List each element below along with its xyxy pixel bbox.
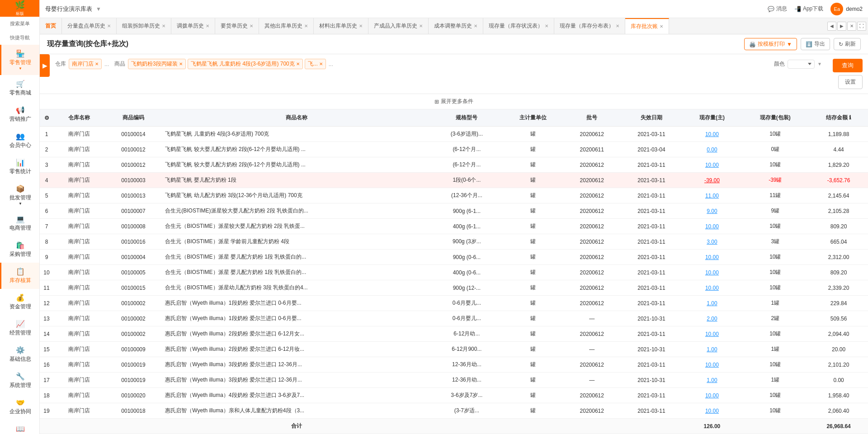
product-tag-2[interactable]: 飞鹤星飞帆 儿童奶粉 4段(3-6岁适用) 700克 ✕ xyxy=(188,59,303,69)
tab-transfer[interactable]: 调拨单历史 ✕ xyxy=(171,18,215,34)
tab-other-out[interactable]: 其他出库单历史 ✕ xyxy=(259,18,314,34)
cell-qty-main[interactable]: 1.00 xyxy=(683,296,741,311)
topbar-app-download[interactable]: 📲 App下载 xyxy=(794,5,823,13)
tab-stock-dist[interactable]: 现存量（库存分布表） ✕ xyxy=(554,18,625,34)
sidebar-quicknav-item[interactable]: 快捷导航 xyxy=(0,31,40,45)
topbar-messages[interactable]: 💬 消息 xyxy=(768,5,787,13)
cell-qty-main[interactable]: 10.00 xyxy=(683,388,741,403)
cell-expire: 2021-03-11 xyxy=(620,388,683,403)
print-button[interactable]: 🖨️ 按模板打印 ▼ xyxy=(744,38,797,50)
table-row: 3南岸门店00100012飞鹤星飞帆 较大婴儿配方奶粉 2段(6-12个月婴幼儿… xyxy=(40,157,868,173)
product-tag-3-close[interactable]: ✕ xyxy=(319,61,323,66)
tab-inventory-count[interactable]: 分量盘点单历史 ✕ xyxy=(62,18,117,34)
color-select[interactable] xyxy=(788,60,815,69)
cell-warehouse: 南岸门店 xyxy=(53,296,105,311)
tab-close-all[interactable]: ✕ xyxy=(847,22,856,31)
cell-qty-pack: 11罐 xyxy=(741,188,809,203)
product-more[interactable]: ... xyxy=(329,61,333,67)
sidebar-item-purchase[interactable]: 🛍️ 采购管理 xyxy=(0,236,40,263)
cell-qty-main[interactable]: 10.00 xyxy=(683,280,741,296)
tab-requisition[interactable]: 要货单历史 ✕ xyxy=(215,18,259,34)
sidebar-item-stats[interactable]: 📊 零售统计 xyxy=(0,154,40,180)
sidebar-item-basic[interactable]: ⚙️ 基础信息 xyxy=(0,341,40,368)
cell-qty-main[interactable]: 11.00 xyxy=(683,188,741,203)
filter-expand-btn[interactable]: ▶ xyxy=(40,54,50,77)
settings-button[interactable]: 设置 xyxy=(838,75,863,89)
cell-batch: 20200612 xyxy=(564,234,620,250)
topbar-user[interactable]: Ea demo2 xyxy=(830,3,863,15)
cell-qty-main[interactable]: 10.00 xyxy=(683,265,741,280)
cell-unit: 罐 xyxy=(502,203,564,219)
export-button[interactable]: ⬇️ 导出 xyxy=(801,38,830,50)
sidebar-item-wholesale[interactable]: 📦 批发管理 ▼ xyxy=(0,180,40,210)
cell-qty-main[interactable]: 1.00 xyxy=(683,342,741,357)
tab-stock-status[interactable]: 现存量（库存状况表） ✕ xyxy=(483,18,554,34)
tab-scroll-right[interactable]: ▶ xyxy=(837,22,846,31)
tab-stock-dist-close[interactable]: ✕ xyxy=(616,24,619,28)
cell-name: 惠氏启智（Wyeth illuma）2段奶粉 爱尔兰进口 6-12月妆... xyxy=(161,342,431,357)
cell-qty-main[interactable]: 9.00 xyxy=(683,203,741,219)
cell-qty-main[interactable]: 2.00 xyxy=(683,311,741,326)
cell-batch: — xyxy=(564,342,620,357)
tab-product-in-close[interactable]: ✕ xyxy=(419,24,423,28)
table-row: 4南岸门店00100003飞鹤星飞帆 婴儿配方奶粉 1段1段(0-6个...罐2… xyxy=(40,173,868,188)
cell-code: 00100005 xyxy=(105,265,161,280)
cell-qty-main[interactable]: -39.00 xyxy=(683,173,741,188)
tab-assemble-close[interactable]: ✕ xyxy=(162,24,165,28)
cell-amount: 2,339.20 xyxy=(809,280,868,296)
product-tag-2-close[interactable]: ✕ xyxy=(296,61,300,66)
sidebar-item-finance[interactable]: 💰 资金管理 xyxy=(0,289,40,315)
product-tag-1-close[interactable]: ✕ xyxy=(179,61,183,66)
tab-cost-adj-close[interactable]: ✕ xyxy=(474,24,477,28)
sidebar-item-member[interactable]: 👥 会员中心 xyxy=(0,127,40,154)
warehouse-tag-1[interactable]: 南岸门店 ✕ xyxy=(69,59,102,69)
cell-qty-main[interactable]: 10.00 xyxy=(683,219,741,234)
cell-qty-pack: 10罐 xyxy=(741,326,809,342)
warehouse-more[interactable]: ... xyxy=(104,61,109,67)
sidebar-item-shop[interactable]: 🛒 零售商城 xyxy=(0,75,40,101)
sidebar-item-marketing[interactable]: 📢 营销推广 xyxy=(0,101,40,127)
product-tag-1[interactable]: 飞鹤奶粉3段丙罐装 ✕ xyxy=(128,59,186,69)
col-settings[interactable]: ⚙ xyxy=(40,109,53,127)
table-row: 5南岸门店00100013飞鹤星飞帆 幼儿配方奶粉 3段(12-36个月幼儿适用… xyxy=(40,188,868,203)
sidebar-search-item[interactable]: 搜索菜单 xyxy=(0,17,40,31)
cell-qty-main[interactable]: 0.00 xyxy=(683,142,741,157)
cell-qty-main[interactable]: 1.00 xyxy=(683,373,741,388)
sidebar-item-retail[interactable]: 🏪 零售管理 ▼ xyxy=(0,45,40,75)
cell-qty-main[interactable]: 10.00 xyxy=(683,403,741,419)
tab-material-out[interactable]: 材料出库单历史 ✕ xyxy=(314,18,368,34)
sidebar-item-operation[interactable]: 📈 经营管理 xyxy=(0,315,40,341)
sidebar-item-ecommerce[interactable]: 💻 电商管理 xyxy=(0,210,40,236)
cell-qty-main[interactable]: 10.00 xyxy=(683,250,741,265)
tab-batch-ledger-close[interactable]: ✕ xyxy=(660,24,663,29)
cell-qty-main[interactable]: 10.00 xyxy=(683,127,741,142)
tab-cost-adj[interactable]: 成本调整单历史 ✕ xyxy=(429,18,483,34)
warehouse-tag-close[interactable]: ✕ xyxy=(95,61,99,66)
sidebar-item-inventory[interactable]: 📋 库存核算 xyxy=(0,263,40,289)
cell-qty-main[interactable]: 10.00 xyxy=(683,357,741,373)
sidebar-item-enterprise[interactable]: 🤝 企业协同 xyxy=(0,394,40,420)
search-button[interactable]: 查询 xyxy=(833,59,863,72)
tab-batch-ledger[interactable]: 库存批次账 ✕ xyxy=(625,18,669,34)
tab-transfer-close[interactable]: ✕ xyxy=(206,24,209,28)
cell-qty-main[interactable]: 10.00 xyxy=(683,326,741,342)
cell-qty-main[interactable]: 3.00 xyxy=(683,234,741,250)
tab-inventory-count-close[interactable]: ✕ xyxy=(107,24,111,28)
tab-requisition-close[interactable]: ✕ xyxy=(250,24,253,28)
tab-stock-status-close[interactable]: ✕ xyxy=(545,24,548,28)
sidebar-item-guide[interactable]: 📖 新手引导 xyxy=(0,420,40,434)
tab-other-out-close[interactable]: ✕ xyxy=(304,24,308,28)
tab-product-in[interactable]: 产成品入库单历史 ✕ xyxy=(368,18,429,34)
sidebar-item-system[interactable]: 🔧 系统管理 xyxy=(0,368,40,394)
refresh-button[interactable]: ↻ 刷新 xyxy=(834,38,861,50)
cell-qty-main[interactable]: 10.00 xyxy=(683,157,741,173)
tab-scroll-left[interactable]: ◀ xyxy=(827,22,836,31)
tab-material-out-close[interactable]: ✕ xyxy=(359,24,363,28)
cell-name: 合生元（BIOSTIME）派星 婴儿配方奶粉 1段 乳铁蛋白的... xyxy=(161,265,431,280)
summary-total-amount: 26,968.64 xyxy=(809,419,868,434)
expand-more-btn[interactable]: ⊞ 展开更多条件 xyxy=(431,96,477,107)
product-tag-3[interactable]: 飞... ✕ xyxy=(305,59,326,69)
tab-maximize[interactable]: ⛶ xyxy=(857,22,866,31)
tab-home[interactable]: 首页 xyxy=(40,18,62,34)
tab-assemble[interactable]: 组装拆卸单历史 ✕ xyxy=(117,18,171,34)
